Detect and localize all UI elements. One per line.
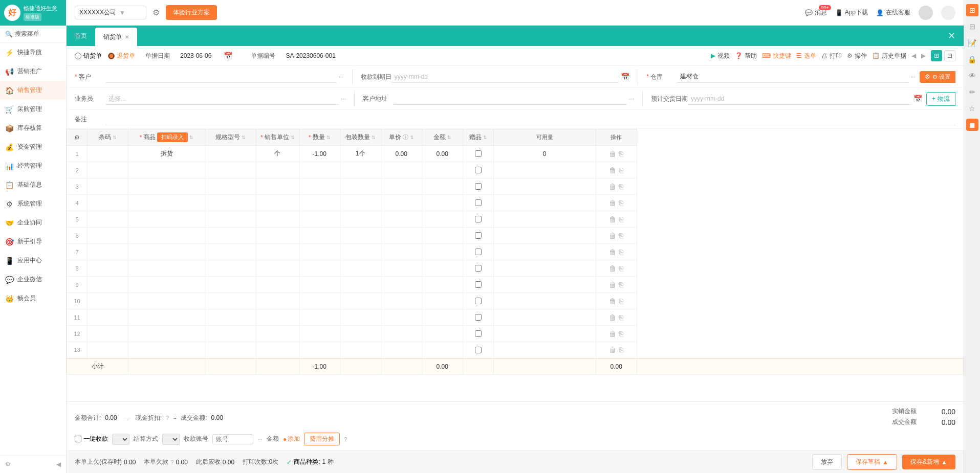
delete-icon[interactable]: 🗑: [609, 346, 616, 354]
delete-icon[interactable]: 🗑: [609, 248, 616, 256]
copy-icon[interactable]: ⎘: [619, 346, 623, 354]
sidebar-item-member[interactable]: 👑 畅会员: [0, 289, 66, 308]
gift-1[interactable]: [463, 146, 493, 162]
calendar-icon-2[interactable]: 📅: [621, 73, 629, 81]
user-avatar-2[interactable]: [941, 6, 955, 20]
amount-sort[interactable]: ⇅: [447, 135, 451, 140]
warehouse-more-icon[interactable]: ···: [910, 73, 916, 80]
copy-icon[interactable]: ⎘: [619, 330, 623, 338]
right-icon-grid-2[interactable]: ⊟: [966, 20, 978, 33]
price-1[interactable]: 0.00: [381, 146, 422, 162]
sidebar-item-purchase[interactable]: 🛒 采购管理: [0, 100, 66, 119]
warehouse-input[interactable]: [677, 71, 908, 83]
add-button[interactable]: ● 添加: [283, 435, 300, 443]
calendar-icon-1[interactable]: 📅: [224, 52, 232, 60]
sidebar-item-marketing[interactable]: 📢 营销推广: [0, 62, 66, 81]
copy-icon[interactable]: ⎘: [619, 297, 623, 305]
abandon-button[interactable]: 放弃: [812, 454, 842, 470]
packqty-1[interactable]: 1个: [340, 146, 381, 162]
company-selector[interactable]: XXXXXX公司 ▼: [75, 6, 146, 19]
sidebar-item-basic[interactable]: 📋 基础信息: [0, 175, 66, 194]
receive-date-input[interactable]: [391, 71, 619, 83]
sidebar-item-operation[interactable]: 📊 经营管理: [0, 156, 66, 175]
packqty-sort[interactable]: ⇅: [372, 135, 376, 140]
settlement-select[interactable]: [112, 434, 129, 445]
copy-icon[interactable]: ⎘: [619, 281, 623, 289]
delete-icon[interactable]: 🗑: [609, 313, 616, 322]
view-grid-btn[interactable]: ⊟: [944, 50, 955, 61]
barcode-1[interactable]: [88, 146, 128, 162]
spec-sort[interactable]: ⇅: [242, 135, 246, 140]
help-action[interactable]: ❓ 帮助: [735, 52, 757, 60]
radio-return[interactable]: 退货单: [108, 52, 135, 60]
delete-icon[interactable]: 🗑: [609, 166, 616, 174]
app-download-button[interactable]: 📱 App下载: [835, 8, 868, 17]
amount-1[interactable]: 0.00: [422, 146, 463, 162]
view-list-btn[interactable]: ⊞: [931, 50, 942, 61]
account-input[interactable]: [212, 434, 253, 444]
calendar-icon-3[interactable]: 📅: [913, 95, 922, 103]
logistics-button[interactable]: + 物流: [926, 92, 955, 106]
shortcut-action[interactable]: ⌨ 快捷键: [762, 52, 791, 60]
user-avatar[interactable]: [919, 6, 933, 20]
qty-sort[interactable]: ⇅: [326, 135, 331, 140]
one-key-pay-checkbox[interactable]: 一键收款: [75, 435, 108, 443]
copy-icon[interactable]: ⎘: [619, 199, 623, 207]
due-info-icon[interactable]: ?: [170, 459, 173, 465]
settings-button[interactable]: ⚙ ⚙ 设置: [920, 71, 955, 83]
save-draft-dropdown-icon[interactable]: ▲: [882, 459, 888, 466]
save-draft-button[interactable]: 保存草稿 ▲: [847, 454, 897, 470]
try-industry-button[interactable]: 体验行业方案: [166, 5, 217, 20]
fee-info-icon[interactable]: ?: [344, 436, 347, 442]
unit-sort[interactable]: ⇅: [291, 135, 295, 140]
customer-addr-input[interactable]: [394, 93, 627, 105]
sidebar-item-guide[interactable]: 🎯 新手引导: [0, 232, 66, 251]
radio-sale[interactable]: 销货单: [75, 52, 102, 60]
col-settings-icon[interactable]: ⚙: [74, 134, 80, 141]
note-input[interactable]: [105, 113, 955, 125]
price-info-icon[interactable]: ⓘ: [403, 133, 408, 141]
sidebar-item-system[interactable]: ⚙ 系统管理: [0, 194, 66, 213]
settings-gear-icon[interactable]: ⚙: [153, 8, 160, 17]
unit-1[interactable]: 个: [256, 146, 299, 162]
delete-icon-1[interactable]: 🗑: [609, 150, 616, 158]
tab-close-icon[interactable]: ✕: [125, 34, 129, 40]
dots-more[interactable]: ···: [257, 436, 263, 443]
price-sort[interactable]: ⇅: [410, 135, 414, 140]
save-new-button[interactable]: 保存&新增 ▲: [902, 455, 955, 469]
copy-icon-1[interactable]: ⎘: [619, 150, 623, 158]
sidebar-collapse-icon[interactable]: ◀: [56, 461, 61, 468]
operate-action[interactable]: ⚙ 操作: [847, 52, 867, 60]
delete-icon[interactable]: 🗑: [609, 297, 616, 305]
barcode-sort[interactable]: ⇅: [113, 135, 117, 140]
copy-icon[interactable]: ⎘: [619, 248, 623, 256]
tab-home[interactable]: 首页: [67, 26, 95, 46]
sidebar-item-quick-nav[interactable]: ⚡ 快捷导航: [0, 43, 66, 62]
spec-1[interactable]: [205, 146, 256, 162]
sidebar-item-app-center[interactable]: 📱 应用中心: [0, 251, 66, 270]
tab-close-all-button[interactable]: ✕: [940, 30, 964, 41]
delete-icon[interactable]: 🗑: [609, 199, 616, 207]
copy-icon[interactable]: ⎘: [619, 183, 623, 191]
sidebar-item-finance[interactable]: 💰 资金管理: [0, 138, 66, 156]
print-action[interactable]: 🖨 打印: [821, 52, 842, 60]
right-icon-eye[interactable]: 👁: [966, 70, 978, 82]
salesperson-more-icon[interactable]: ···: [341, 95, 346, 102]
qty-1[interactable]: -1.00: [299, 146, 340, 162]
right-icon-star[interactable]: ☆: [966, 102, 978, 115]
delete-icon[interactable]: 🗑: [609, 264, 616, 273]
bank-account-select[interactable]: [162, 434, 180, 445]
history-action[interactable]: 📋 历史单据: [872, 52, 906, 60]
online-service-button[interactable]: 👤 在线客服: [876, 8, 910, 17]
nav-prev-icon[interactable]: ◀: [911, 52, 916, 59]
addr-more-icon[interactable]: ···: [629, 95, 634, 102]
sidebar-item-inventory[interactable]: 📦 库存核算: [0, 119, 66, 138]
delete-icon[interactable]: 🗑: [609, 232, 616, 240]
gift-sort[interactable]: ⇅: [483, 135, 487, 140]
sidebar-item-search[interactable]: 🔍 搜索菜单: [0, 26, 66, 43]
right-icon-note[interactable]: 📝: [966, 37, 978, 49]
copy-icon[interactable]: ⎘: [619, 313, 623, 322]
right-icon-grid-1[interactable]: ⊞: [966, 4, 978, 16]
delete-icon[interactable]: 🗑: [609, 183, 616, 191]
nav-next-icon[interactable]: ▶: [921, 52, 926, 59]
